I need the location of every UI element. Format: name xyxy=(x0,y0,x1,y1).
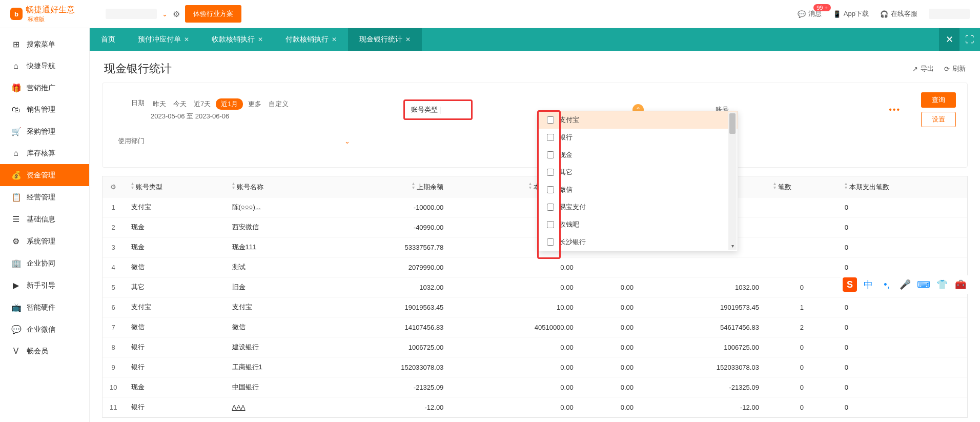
online-service-link[interactable]: 🎧 在线客服 xyxy=(880,9,917,18)
sidebar-item-3[interactable]: 🛍销售管理 xyxy=(0,99,89,120)
col-header-1[interactable]: ▴▾账号类型 xyxy=(124,176,224,197)
dropdown-option-2[interactable]: 现金 xyxy=(539,146,738,164)
cell-balance: 14107456.83 xyxy=(325,317,451,337)
experience-plan-button[interactable]: 体验行业方案 xyxy=(185,5,241,23)
date-quick-0[interactable]: 昨天 xyxy=(151,98,168,110)
ime-punct-icon[interactable]: •, xyxy=(880,277,894,292)
option-checkbox[interactable] xyxy=(547,169,554,176)
account-name-link[interactable]: 支付宝 xyxy=(232,303,252,311)
account-name-link[interactable]: 测试 xyxy=(232,263,246,271)
query-button[interactable]: 查询 xyxy=(921,92,956,108)
app-download-link[interactable]: 📱 App下载 xyxy=(833,9,869,18)
ime-cn-icon[interactable]: 中 xyxy=(861,277,875,292)
account-name-link[interactable]: 工商银行1 xyxy=(232,363,262,371)
option-checkbox[interactable] xyxy=(547,151,554,158)
messages-link[interactable]: 💬 消息 99 + xyxy=(798,9,822,18)
sidebar-item-11[interactable]: ▶新手引导 xyxy=(0,274,89,296)
table-row: 9银行工商银行1152033078.030.000.00152033078.03… xyxy=(103,357,967,377)
option-checkbox[interactable] xyxy=(547,186,554,193)
date-quick-3[interactable]: 近1月 xyxy=(216,98,243,110)
option-checkbox[interactable] xyxy=(547,221,554,228)
dropdown-option-4[interactable]: 微信 xyxy=(539,181,738,198)
dropdown-option-7[interactable]: 长沙银行 xyxy=(539,233,738,251)
ime-s-icon[interactable]: S xyxy=(843,277,857,292)
sidebar-item-14[interactable]: V畅会员 xyxy=(0,340,89,362)
close-tab-button[interactable]: ✕ xyxy=(939,28,959,51)
sort-icon[interactable]: ▴▾ xyxy=(412,182,415,190)
export-button[interactable]: ↗导出 xyxy=(912,64,934,73)
close-icon[interactable]: ✕ xyxy=(405,36,411,43)
scroll-down-arrow[interactable]: ▾ xyxy=(728,242,737,250)
account-type-filter[interactable]: 账号类型 xyxy=(403,99,473,120)
sidebar-item-5[interactable]: ⌂库存核算 xyxy=(0,143,89,164)
tab-1[interactable]: 预付冲应付单✕ xyxy=(127,28,200,51)
account-name-link[interactable]: AAA xyxy=(232,404,246,411)
tab-0[interactable]: 首页 xyxy=(90,28,127,51)
col-header-7[interactable]: ▴▾笔数 xyxy=(766,176,838,197)
sidebar-item-8[interactable]: ☰基础信息 xyxy=(0,208,89,230)
settings-button[interactable]: 设置 xyxy=(921,112,956,127)
gear-icon[interactable]: ⚙ xyxy=(173,9,180,19)
tab-4[interactable]: 现金银行统计✕ xyxy=(348,28,422,51)
col-header-3[interactable]: ▴▾上期余额 xyxy=(325,176,451,197)
sidebar-item-9[interactable]: ⚙系统管理 xyxy=(0,230,89,252)
tab-3[interactable]: 付款核销执行✕ xyxy=(274,28,348,51)
gear-icon[interactable]: ⚙ xyxy=(110,183,116,191)
date-quick-2[interactable]: 近7天 xyxy=(192,98,213,110)
sidebar-item-2[interactable]: 🎁营销推广 xyxy=(0,77,89,99)
date-quick-4[interactable]: 更多 xyxy=(246,98,263,110)
date-quick-1[interactable]: 今天 xyxy=(171,98,189,110)
account-name-link[interactable]: 微信 xyxy=(232,323,246,331)
chevron-down-icon[interactable]: ⌄ xyxy=(344,137,350,145)
sidebar-item-1[interactable]: ⌂快捷导航 xyxy=(0,55,89,77)
refresh-button[interactable]: ⟳刷新 xyxy=(944,64,966,73)
close-icon[interactable]: ✕ xyxy=(184,36,189,43)
sidebar-item-12[interactable]: 📺智能硬件 xyxy=(0,296,89,318)
tab-2[interactable]: 收款核销执行✕ xyxy=(200,28,274,51)
ime-mic-icon[interactable]: 🎤 xyxy=(898,277,912,292)
scroll-thumb[interactable] xyxy=(729,113,736,134)
sort-icon[interactable]: ▴▾ xyxy=(529,182,532,190)
option-checkbox[interactable] xyxy=(547,134,554,141)
more-filters-icon[interactable]: ••• xyxy=(889,105,901,114)
dropdown-scrollbar[interactable]: ▾ xyxy=(728,112,737,250)
ime-skin-icon[interactable]: 👕 xyxy=(935,277,949,292)
account-name-link[interactable]: 陈(○○○)... xyxy=(232,203,261,211)
option-checkbox[interactable] xyxy=(547,238,554,246)
dropdown-option-0[interactable]: 支付宝 xyxy=(539,111,738,129)
cell-c3 xyxy=(641,257,766,277)
sort-icon[interactable]: ▴▾ xyxy=(232,182,235,190)
option-checkbox[interactable] xyxy=(547,204,554,211)
sort-icon[interactable]: ▴▾ xyxy=(131,182,134,190)
ime-toolbar: S 中 •, 🎤 ⌨ 👕 🧰 xyxy=(841,275,970,294)
sort-icon[interactable]: ▴▾ xyxy=(773,182,776,190)
close-icon[interactable]: ✕ xyxy=(258,36,263,43)
close-icon[interactable]: ✕ xyxy=(332,36,337,43)
sidebar-item-7[interactable]: 📋经营管理 xyxy=(0,186,89,208)
sidebar-item-10[interactable]: 🏢企业协同 xyxy=(0,252,89,274)
account-name-link[interactable]: 西安微信 xyxy=(232,223,259,231)
account-name-link[interactable]: 现金111 xyxy=(232,243,257,251)
cell-out-count: 0 xyxy=(838,257,967,277)
expand-button[interactable]: ⛶ xyxy=(959,28,980,51)
sidebar-item-4[interactable]: 🛒采购管理 xyxy=(0,120,89,143)
ime-keyboard-icon[interactable]: ⌨ xyxy=(916,277,931,292)
dropdown-option-5[interactable]: 易宝支付 xyxy=(539,198,738,216)
sort-icon[interactable]: ▴▾ xyxy=(845,182,847,190)
company-selector[interactable]: ⌄ ⚙ 体验行业方案 xyxy=(106,5,241,23)
dropdown-option-3[interactable]: 其它 xyxy=(539,164,738,181)
dropdown-option-1[interactable]: 银行 xyxy=(539,129,738,146)
sidebar-item-6[interactable]: 💰资金管理 xyxy=(0,164,89,186)
dropdown-option-6[interactable]: 收钱吧 xyxy=(539,216,738,233)
ime-toolbox-icon[interactable]: 🧰 xyxy=(953,277,968,292)
account-name-link[interactable]: 中国银行 xyxy=(232,383,259,391)
sidebar-item-0[interactable]: ⊞搜索菜单 xyxy=(0,33,89,55)
account-name-link[interactable]: 旧金 xyxy=(232,283,246,291)
col-header-0[interactable]: ⚙ xyxy=(103,176,124,197)
account-name-link[interactable]: 建设银行 xyxy=(232,343,259,351)
col-header-8[interactable]: ▴▾本期支出笔数 xyxy=(838,176,967,197)
col-header-2[interactable]: ▴▾账号名称 xyxy=(225,176,325,197)
date-quick-5[interactable]: 自定义 xyxy=(267,98,291,110)
sidebar-item-13[interactable]: 💬企业微信 xyxy=(0,318,89,340)
option-checkbox[interactable] xyxy=(547,116,554,124)
